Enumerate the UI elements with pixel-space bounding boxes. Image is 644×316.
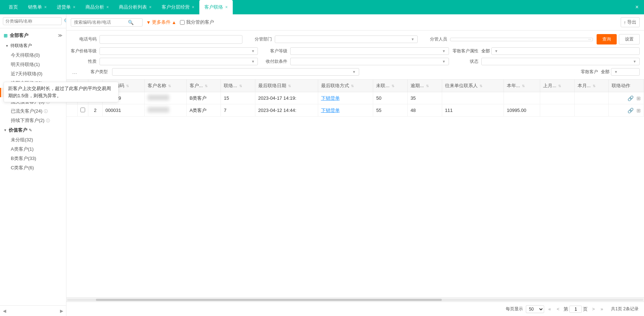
- phone-label: 电话号码: [71, 36, 99, 42]
- sidebar-search-icon[interactable]: 🔍: [64, 18, 66, 24]
- nav-item-product-analysis[interactable]: 商品分析 ×: [80, 0, 114, 14]
- nav-item-customer-segment[interactable]: 客户分层经营 ×: [157, 0, 199, 14]
- next-page-button[interactable]: >: [590, 306, 596, 312]
- price-level-label: 客户价格等级: [71, 48, 99, 54]
- row1-link-icon[interactable]: 🔗: [627, 95, 634, 101]
- nav-item-customer-contact[interactable]: 客户联络 ×: [199, 0, 233, 14]
- nav-item-purchase[interactable]: 进货单 ×: [52, 0, 80, 14]
- sidebar-scroll-right-icon[interactable]: ▶: [60, 308, 63, 313]
- my-customer-checkbox[interactable]: [180, 20, 185, 25]
- customer-table: ⚙ 客户编码 ⇅ 客户名称: [66, 80, 644, 117]
- filter-search-box: 🔍: [71, 18, 143, 27]
- sidebar-leaf-churned[interactable]: 已流失客户(24) ⓘ: [0, 107, 66, 116]
- row2-checkbox[interactable]: [80, 108, 85, 112]
- status-select[interactable]: ▼: [481, 58, 640, 65]
- row2-link-icon[interactable]: 🔗: [627, 108, 634, 113]
- retail-attr-select[interactable]: ▼: [491, 47, 640, 55]
- sidebar-leaf-declining[interactable]: 持续下滑客户(2) ⓘ: [0, 116, 66, 125]
- close-sales-icon[interactable]: ×: [44, 5, 47, 10]
- sort-unit-contact-icon[interactable]: ⇅: [479, 84, 482, 88]
- td-row2-settings: [66, 104, 77, 117]
- last-page-button[interactable]: »: [599, 306, 604, 312]
- sidebar-scroll-left-icon[interactable]: ◀: [3, 308, 6, 313]
- close-customer-segment-icon[interactable]: ×: [192, 5, 194, 10]
- chevron-up-icon: ▲: [172, 20, 176, 25]
- gender-select[interactable]: ▼: [99, 58, 258, 65]
- grid-icon: ⊞: [4, 33, 8, 38]
- cust-level-select[interactable]: ▼: [290, 47, 449, 55]
- sidebar-leaf-today[interactable]: 今天待联络(0): [0, 51, 66, 60]
- th-this-year-label: 本年...: [507, 83, 520, 88]
- sort-last-contact-method-icon[interactable]: ⇅: [351, 84, 354, 88]
- row1-action-buttons: 🔗 ⊞: [612, 95, 641, 101]
- td-row2-unit-contact: 111: [442, 104, 504, 117]
- sidebar-leaf-b-class[interactable]: B类客户(33): [0, 154, 66, 163]
- sidebar-search-area: 🔍: [0, 14, 66, 28]
- sidebar-leaf-tomorrow[interactable]: 明天待联络(1): [0, 60, 66, 69]
- sort-overdue-icon[interactable]: ⇅: [426, 84, 429, 88]
- query-button[interactable]: 查询: [597, 34, 617, 44]
- per-page-select[interactable]: 50 20 100: [526, 305, 544, 313]
- manager-select[interactable]: ···: [450, 38, 593, 41]
- setting-button[interactable]: 设置: [619, 34, 640, 44]
- td-row2-this-month: [574, 104, 609, 117]
- page-number-input[interactable]: [569, 306, 582, 313]
- horizontal-scrollbar[interactable]: [66, 297, 644, 302]
- last-method-link-2[interactable]: 下销货单: [321, 108, 340, 113]
- sidebar-leaf-a-class[interactable]: A类客户(1): [0, 145, 66, 154]
- filter-search-icon[interactable]: 🔍: [128, 20, 134, 25]
- phone-input[interactable]: [99, 35, 242, 44]
- filter-search-input[interactable]: [74, 20, 128, 25]
- retail-chevron-down-icon: ▼: [614, 70, 618, 74]
- sort-last-month-icon[interactable]: ⇅: [558, 84, 561, 88]
- prev-page-button[interactable]: <: [555, 306, 561, 312]
- sidebar-section-pending[interactable]: 待联络客户: [0, 41, 66, 51]
- sort-unreached-icon[interactable]: ⇅: [392, 84, 394, 88]
- close-product-list-icon[interactable]: ×: [149, 5, 152, 10]
- first-page-button[interactable]: «: [547, 306, 552, 312]
- sort-this-year-icon[interactable]: ⇅: [522, 84, 525, 88]
- close-purchase-icon[interactable]: ×: [73, 5, 75, 10]
- sidebar-leaf-c-class[interactable]: C类客户(6): [0, 163, 66, 173]
- nav-item-home[interactable]: 首页: [4, 0, 23, 14]
- more-conditions-button[interactable]: ▼ 更多条件 ▲: [146, 19, 176, 25]
- sort-this-month-icon[interactable]: ⇅: [593, 84, 596, 88]
- td-row2-name: [144, 104, 186, 117]
- nav-item-product-list[interactable]: 商品分析列表 ×: [114, 0, 157, 14]
- sort-name-icon[interactable]: ⇅: [168, 84, 171, 88]
- sort-last-contact-date-icon[interactable]: ⇅: [288, 84, 291, 88]
- td-row2-last-month: [540, 104, 574, 117]
- close-customer-contact-icon[interactable]: ×: [225, 5, 228, 10]
- price-level-select[interactable]: ▼: [99, 47, 258, 55]
- scroll-thumb[interactable]: [96, 299, 441, 301]
- row1-qr-icon[interactable]: ⊞: [636, 95, 641, 101]
- last-method-link-1[interactable]: 下销货单: [321, 95, 340, 101]
- sidebar-leaf-ungrouped[interactable]: 未分组(32): [0, 135, 66, 145]
- sort-contact-icon[interactable]: ⇅: [239, 84, 242, 88]
- sort-code-icon[interactable]: ⇅: [126, 84, 129, 88]
- edit-icon[interactable]: ✎: [29, 128, 32, 133]
- th-last-month: 上月... ⇅: [540, 80, 574, 92]
- per-page-label: 每页显示: [506, 306, 523, 312]
- window-close-button[interactable]: ×: [635, 4, 639, 10]
- sidebar-leaf-7days[interactable]: 近7天待联络(0): [0, 69, 66, 79]
- filter-row-3: 性质 ▼ 收付款条件 ▼ 状态: [71, 58, 640, 65]
- td-row2-custtype: A类客户: [186, 104, 221, 117]
- close-product-analysis-icon[interactable]: ×: [106, 5, 109, 10]
- filter-dots[interactable]: ...: [71, 69, 78, 75]
- export-button[interactable]: ↑ 导出: [621, 17, 640, 27]
- td-row1-overdue: 35: [408, 92, 442, 104]
- th-custtype-label: 客户...: [190, 83, 203, 88]
- sidebar-collapse-icon[interactable]: ≫: [58, 33, 62, 38]
- cust-type-select[interactable]: ▼: [112, 68, 359, 76]
- retail-select[interactable]: ▼: [611, 68, 640, 76]
- sidebar-section-value[interactable]: 价值客户 ✎: [0, 125, 66, 135]
- sort-custtype-icon[interactable]: ⇅: [205, 84, 208, 88]
- sidebar-search-input[interactable]: [3, 17, 62, 25]
- td-row1-actions: 🔗 ⊞: [609, 92, 644, 104]
- row2-qr-icon[interactable]: ⊞: [636, 108, 641, 113]
- sidebar-root-all-customers[interactable]: ⊞ 全部客户 ≫: [0, 30, 66, 41]
- nav-item-sales[interactable]: 销售单 ×: [23, 0, 52, 14]
- payment-select[interactable]: ▼: [290, 58, 449, 65]
- dept-select[interactable]: ▼: [275, 36, 418, 43]
